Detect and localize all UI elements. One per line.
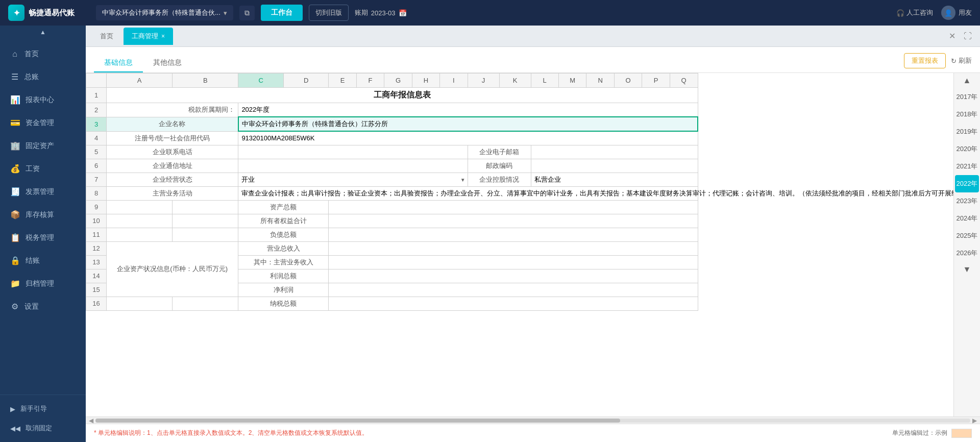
liability-value[interactable] [329,228,698,241]
tab-close-icon[interactable]: × [161,33,165,40]
business-value-cell[interactable]: 审查企业会计报表；出具审计报告；验证企业资本；出具验资报告；办理企业合开、分立、… [238,186,698,200]
profit-label: 利润总额 [238,269,329,283]
sidebar-item-invoice[interactable]: 🧾 发票管理 [0,180,86,203]
year-item-2019[interactable]: 2019年 [954,123,980,140]
headset-icon: 🎧 [896,9,904,17]
year-item-2023[interactable]: 2023年 [954,192,980,210]
workbench-button[interactable]: 工作台 [261,5,303,21]
tab-commerce[interactable]: 工商管理 × [124,28,173,45]
tab-home[interactable]: 首页 [92,28,121,45]
status-value-cell[interactable]: 开业 ▼ [238,173,468,186]
table-row: 12 企业资产状况信息(币种：人民币万元) 营业总收入 [86,241,698,255]
sidebar-item-close[interactable]: 🔒 结账 [0,249,86,272]
year-item-2018[interactable]: 2018年 [954,106,980,123]
page-content: 基础信息 其他信息 重置报表 ↻ 刷新 [86,47,980,442]
spreadsheet-container[interactable]: A B C D E F G H I J K L [86,73,953,416]
row-num-11: 11 [86,228,107,241]
year-item-2025[interactable]: 2025年 [954,227,980,244]
year-item-2024[interactable]: 2024年 [954,210,980,227]
table-row: 2 税款所属期间： 2022年度 [86,103,698,117]
year-item-2022[interactable]: 2022年 [955,175,979,192]
bottom-right: 单元格编辑过：示例 [892,429,972,438]
sidebar-item-finance[interactable]: 💳 资金管理 [0,111,86,134]
row-num-16: 16 [86,297,107,310]
sidebar-item-guide[interactable]: ▶ 新手引导 [0,399,86,419]
service-link[interactable]: 🎧 人工咨询 [896,8,933,17]
postal-label-cell: 邮政编码 [468,159,531,173]
year-item-2017[interactable]: 2017年 [954,88,980,106]
calendar-icon[interactable]: 📅 [399,9,407,17]
sidebar-item-salary[interactable]: 💰 工资 [0,157,86,180]
sub-tab-actions: 重置报表 ↻ 刷新 [904,53,972,72]
unpin-icon: ◀◀ [10,425,20,432]
equity-value[interactable] [329,214,698,228]
refresh-button[interactable]: ↻ 刷新 [951,56,972,65]
title-cell[interactable]: 工商年报信息表 [107,88,698,103]
sidebar-item-home[interactable]: ⌂ 首页 [0,43,86,65]
company-selector[interactable]: 中审众环会计师事务所（特殊普通合伙... ▾ [96,5,233,20]
main-revenue-value[interactable] [329,255,698,269]
cell-edit-label: 单元格编辑过：示例 [892,429,947,437]
copy-button[interactable]: ⧉ [239,6,255,20]
sidebar-item-settings[interactable]: ⚙ 设置 [0,295,86,318]
expand-button[interactable]: ⛶ [962,30,974,43]
total-assets-value[interactable] [329,200,698,214]
email-value-cell[interactable] [531,145,698,159]
col-header-g: G [384,73,412,88]
sidebar: ▲ ⌂ 首页 ☰ 总账 📊 报表中心 💳 资金管理 🏢 固定资产 [0,26,86,442]
refresh-icon: ↻ [951,57,957,65]
h-scroll-area[interactable]: ◀ ▶ [86,416,980,424]
h-scroll-right-button[interactable]: ▶ [970,417,979,424]
cell-9a [107,200,173,214]
reg-value-cell[interactable]: 91320100MA208E5W6K [238,131,698,145]
inventory-icon: 📦 [10,210,20,219]
close-panel-button[interactable]: ✕ [947,29,958,43]
chevron-down-icon: ▾ [224,9,227,17]
col-header-i: I [440,73,468,88]
year-nav-down-button[interactable]: ▼ [954,262,980,277]
old-version-button[interactable]: 切到旧版 [309,5,349,21]
company-name: 中审众环会计师事务所（特殊普通合伙... [102,8,220,17]
reset-report-button[interactable]: 重置报表 [904,53,946,68]
sidebar-item-ledger[interactable]: ☰ 总账 [0,65,86,88]
total-revenue-value[interactable] [329,241,698,255]
control-value-cell[interactable]: 私营企业 [531,173,698,186]
sidebar-item-report[interactable]: 📊 报表中心 [0,88,86,111]
h-scroll-left-button[interactable]: ◀ [87,417,95,424]
cell-16a [107,297,173,310]
sidebar-label-archive: 归档管理 [26,279,54,288]
total-assets-label: 资产总额 [238,200,329,214]
sub-tab-basic[interactable]: 基础信息 [94,54,143,72]
user-area[interactable]: 👤 用友 [941,6,972,20]
dropdown-icon: ▼ [460,177,465,182]
net-profit-value[interactable] [329,283,698,297]
h-scroll-track[interactable] [95,419,970,423]
year-item-2026[interactable]: 2026年 [954,244,980,262]
year-nav-up-button[interactable]: ▲ [954,73,980,88]
sidebar-scroll-up[interactable]: ▲ [0,26,86,39]
table-row: 11 负债总额 [86,228,698,241]
tax-label: 纳税总额 [238,297,329,310]
col-header-j: J [468,73,499,88]
address-value-cell[interactable] [238,159,468,173]
phone-value-cell[interactable] [238,145,468,159]
postal-value-cell[interactable] [531,159,698,173]
sidebar-label-unpin: 取消固定 [26,424,52,433]
period-value-cell[interactable]: 2022年度 [238,103,698,117]
sidebar-label-inventory: 库存核算 [26,210,54,219]
sidebar-item-archive[interactable]: 📁 归档管理 [0,272,86,295]
year-item-2021[interactable]: 2021年 [954,158,980,175]
col-header-h: H [412,73,439,88]
company-value-cell[interactable]: 中审众环会计师事务所（特殊普通合伙）江苏分所 [238,117,698,131]
avatar: 👤 [941,6,955,20]
tax-value[interactable] [329,297,698,310]
sub-tab-other[interactable]: 其他信息 [143,54,192,72]
profit-value[interactable] [329,269,698,283]
table-row: 5 企业联系电话 企业电子邮箱 [86,145,698,159]
sidebar-item-inventory[interactable]: 📦 库存核算 [0,203,86,226]
sidebar-item-tax[interactable]: 📋 税务管理 [0,226,86,249]
year-item-2020[interactable]: 2020年 [954,140,980,158]
refresh-label: 刷新 [959,56,972,65]
sidebar-item-assets[interactable]: 🏢 固定资产 [0,134,86,157]
sidebar-item-unpin[interactable]: ◀◀ 取消固定 [0,419,86,438]
